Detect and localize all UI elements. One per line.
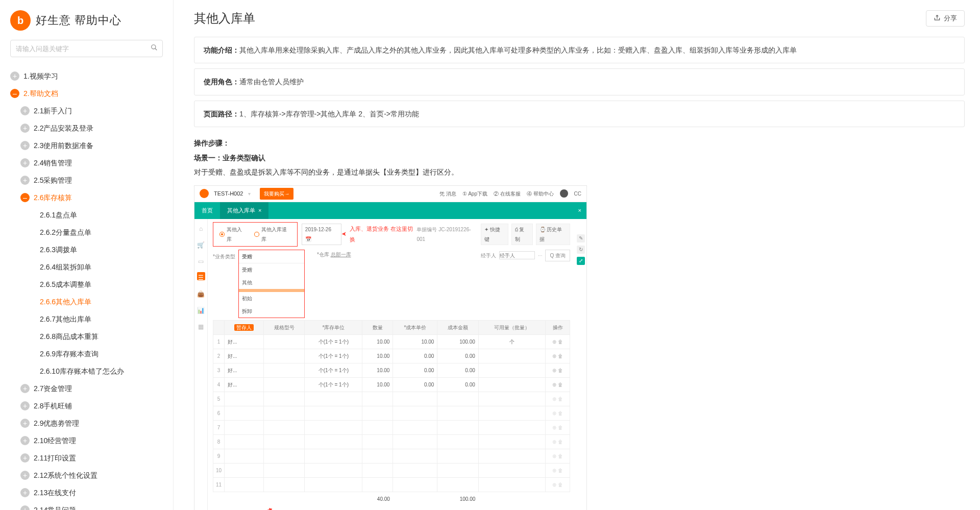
side-chart-icon[interactable]: 📊 <box>197 305 205 313</box>
nav-2-6-4[interactable]: 2.6.4组装拆卸单 <box>40 258 163 276</box>
tab-home[interactable]: 首页 <box>194 202 220 219</box>
nav-2-6-2[interactable]: 2.6.2分量盘点单 <box>40 224 163 241</box>
search-box <box>10 40 163 57</box>
nav-2-13[interactable]: +2.13在线支付 <box>20 484 163 501</box>
plus-icon: + <box>20 106 30 115</box>
dd-opt[interactable]: 拆卸 <box>239 305 304 318</box>
avatar-icon[interactable] <box>560 189 568 198</box>
side-box-icon[interactable]: ▭ <box>197 256 205 264</box>
radio-icon <box>219 232 225 237</box>
tabbar-close-icon[interactable]: × <box>573 205 586 216</box>
nav-2-2[interactable]: +2.2产品安装及登录 <box>20 119 163 137</box>
brand: b 好生意 帮助中心 <box>10 10 163 31</box>
copy-button[interactable]: ⎙ 复制 <box>511 224 533 245</box>
plus-icon: + <box>20 176 30 185</box>
nav-2-6-1[interactable]: 2.6.1盘点单 <box>40 206 163 224</box>
annotation-arrow-icon <box>254 508 274 510</box>
dropdown-list: 受赠 其他 初始 拆卸 <box>239 263 304 318</box>
table-row[interactable]: 10⊕ 🗑 <box>213 463 570 477</box>
r-icon[interactable]: ⤢ <box>577 257 585 265</box>
brand-text: 好生意 帮助中心 <box>36 13 121 28</box>
nav-2-12[interactable]: +2.12系统个性化设置 <box>20 467 163 484</box>
r-icon[interactable]: ✎ <box>577 234 585 242</box>
dd-opt[interactable]: 受赠 <box>239 263 304 276</box>
side-bag-icon[interactable]: 👜 <box>197 288 205 297</box>
r-icon[interactable]: ↻ <box>577 246 585 254</box>
table-row[interactable]: 9⊕ 🗑 <box>213 449 570 463</box>
plus-icon: + <box>20 419 30 428</box>
search-icon[interactable] <box>151 44 158 53</box>
share-button[interactable]: 分享 <box>926 10 965 27</box>
nav-2-11[interactable]: +2.11打印设置 <box>20 449 163 467</box>
path-label: 页面路径： <box>204 110 239 118</box>
sidebar: b 好生意 帮助中心 +1.视频学习 –2.帮助文档 +2.1新手入门 +2.2… <box>0 0 174 510</box>
shortcut-button[interactable]: ✦ 快捷键 <box>481 224 508 245</box>
nav-2-6-5[interactable]: 2.6.5成本调整单 <box>40 276 163 293</box>
nav-2-4[interactable]: +2.4销售管理 <box>20 154 163 172</box>
nav-2-6-8[interactable]: 2.6.8商品成本重算 <box>40 328 163 345</box>
nav-2-8[interactable]: +2.8手机旺铺 <box>20 397 163 415</box>
table-row[interactable]: 11⊕ 🗑 <box>213 477 570 492</box>
table-row[interactable]: 8⊕ 🗑 <box>213 434 570 449</box>
query-button[interactable]: Q 查询 <box>545 250 570 261</box>
side-home-icon[interactable]: ⌂ <box>197 223 205 231</box>
intro-box: 功能介绍：其他入库单用来处理除采购入库、产成品入库之外的其他入库业务，因此其他入… <box>194 37 965 63</box>
plus-icon: + <box>20 436 30 445</box>
shot-msg[interactable]: 凭 消息 <box>439 189 456 199</box>
annotation-2-row: 不同业务的入库类型在这里切换 <box>254 508 570 510</box>
shot-side-icons: ⌂ 🛒 ▭ ☰ 👜 📊 ▦ <box>194 219 208 510</box>
side-doc-icon[interactable]: ☰ <box>197 272 205 280</box>
close-icon[interactable]: × <box>258 205 261 216</box>
svg-point-0 <box>152 45 156 49</box>
nav-2-6[interactable]: –2.6库存核算 <box>20 189 163 206</box>
table-row[interactable]: 7⊕ 🗑 <box>213 420 570 434</box>
dd-opt[interactable]: 初始 <box>239 292 304 305</box>
date-field[interactable]: 2019-12-26 📅 <box>302 224 341 245</box>
shot-tabs: 首页 其他入库单× × <box>194 202 586 219</box>
handler-input[interactable] <box>499 251 535 259</box>
nav-video[interactable]: +1.视频学习 <box>10 67 163 85</box>
intro-text: 其他入库单用来处理除采购入库、产成品入库之外的其他入库业务，因此其他入库单可处理… <box>239 46 797 54</box>
opt-return[interactable]: 其他入库退库 <box>251 224 294 245</box>
table-row[interactable]: 5⊕ 🗑 <box>213 392 570 406</box>
nav-2-10[interactable]: +2.10经营管理 <box>20 432 163 449</box>
shot-logo-icon <box>200 189 209 198</box>
shot-help[interactable]: ④ 帮助中心 <box>527 189 554 199</box>
nav-2-3[interactable]: +2.3使用前数据准备 <box>20 137 163 154</box>
path-text: 1、库存核算->库存管理->其他入库单 2、首页->常用功能 <box>239 110 419 118</box>
path-box: 页面路径：1、库存核算->库存管理->其他入库单 2、首页->常用功能 <box>194 101 965 127</box>
shot-trial-button[interactable]: 我要购买→ <box>260 188 293 200</box>
nav-2-5[interactable]: +2.5采购管理 <box>20 172 163 189</box>
minus-icon: – <box>20 193 30 202</box>
side-grid-icon[interactable]: ▦ <box>197 321 205 329</box>
nav-2-6-6[interactable]: 2.6.6其他入库单 <box>40 293 163 310</box>
shot-cs[interactable]: ② 在线客服 <box>494 189 521 199</box>
svg-marker-3 <box>269 508 272 510</box>
tab-doc[interactable]: 其他入库单× <box>220 202 268 219</box>
search-input[interactable] <box>10 40 163 57</box>
nav-2-1[interactable]: +2.1新手入门 <box>20 102 163 119</box>
nav-docs[interactable]: –2.帮助文档 <box>10 85 163 102</box>
biztype-dropdown[interactable]: 受赠 受赠 其他 初始 拆卸 <box>238 250 305 318</box>
nav-2-6-10[interactable]: 2.6.10库存账本错了怎么办 <box>40 362 163 380</box>
nav-2-9[interactable]: +2.9优惠劵管理 <box>20 415 163 432</box>
nav-2-6-3[interactable]: 2.6.3调拨单 <box>40 241 163 258</box>
table-row[interactable]: 1好...个(1个 = 1个)10.0010.00100.00个⊕ 🗑 <box>213 334 570 349</box>
nav-2-6-9[interactable]: 2.6.9库存账本查询 <box>40 345 163 362</box>
scene1-text: 对于受赠、盘盈或是拆装入库等不同的业务，是通过单据头【业务类型】进行区分。 <box>194 165 965 179</box>
shot-app[interactable]: ① App下载 <box>462 189 487 199</box>
shot-right-icons: ✎ ↻ ⤢ <box>575 219 586 510</box>
table-row[interactable]: 3好...个(1个 = 1个)10.000.000.00⊕ 🗑 <box>213 363 570 377</box>
role-box: 使用角色：通常由仓管人员维护 <box>194 68 965 95</box>
dd-opt[interactable]: 其他 <box>239 276 304 289</box>
nav-2-6-7[interactable]: 2.6.7其他出库单 <box>40 310 163 328</box>
history-button[interactable]: ⌚ 历史单据 <box>536 224 570 245</box>
nav-2-14[interactable]: +2.14常见问题 <box>20 501 163 510</box>
opt-in[interactable]: 其他入库 <box>216 224 249 245</box>
nav-2-7[interactable]: +2.7资金管理 <box>20 380 163 397</box>
role-label: 使用角色： <box>204 78 239 86</box>
table-row[interactable]: 6⊕ 🗑 <box>213 406 570 420</box>
table-row[interactable]: 2好...个(1个 = 1个)10.000.000.00⊕ 🗑 <box>213 349 570 363</box>
table-row[interactable]: 4好...个(1个 = 1个)10.000.000.00⊕ 🗑 <box>213 377 570 392</box>
side-cart-icon[interactable]: 🛒 <box>197 239 205 248</box>
